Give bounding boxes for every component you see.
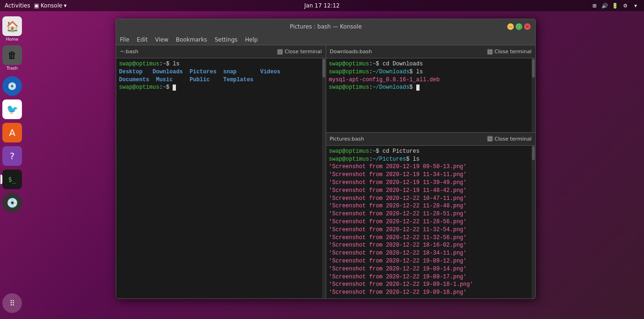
terminal-line: swap@optimus:~/Pictures$ ls — [329, 156, 533, 163]
terminal-pane-right-bottom: Pictures:bash □ Close terminal swap@opti… — [326, 133, 536, 298]
terminal-line: 'Screenshot from 2020-12-22 19-09-18.png… — [329, 289, 533, 297]
close-terminal-icon-2: □ — [487, 49, 493, 55]
dock-item-dvd[interactable]: 💿 — [2, 193, 22, 213]
terminal-line: 'Screenshot from 2020-12-22 19-09-18-1.p… — [329, 281, 533, 289]
right-bottom-tab-bar: Pictures:bash □ Close terminal — [326, 133, 536, 146]
terminal-line: 'Screenshot from 2020-12-22 11-28-48.png… — [329, 202, 533, 210]
software-icon: A — [9, 127, 15, 138]
terminal-line: 'Screenshot from 2020-12-22 11-32-54.png… — [329, 226, 533, 234]
active-indicator — [0, 175, 2, 184]
network-icon[interactable]: ⊞ — [591, 2, 598, 9]
dock-item-thunderbird[interactable]: 🐦 — [2, 99, 22, 119]
terminal-line: 'Screenshot from 2020-12-22 11-28-56.png… — [329, 218, 533, 226]
menu-edit[interactable]: Edit — [137, 36, 147, 43]
terminal-line: swap@optimus:~$ — [119, 84, 323, 92]
clock: Jan 17 12:12 — [304, 2, 340, 9]
dock-item-vbox[interactable]: 💿 — [2, 76, 22, 96]
terminal-panes-right: Downloads:bash □ Close terminal swap@opt… — [326, 45, 536, 298]
right-bottom-terminal-content[interactable]: swap@optimus:~$ cd Pictures swap@optimus… — [326, 146, 536, 298]
right-top-terminal-content[interactable]: swap@optimus:~$ cd Downloads swap@optimu… — [326, 58, 536, 132]
terminal-line: swap@optimus:~$ cd Pictures — [329, 148, 533, 156]
battery-icon[interactable]: 🔋 — [611, 2, 619, 9]
menu-settings[interactable]: Settings — [215, 36, 238, 43]
close-terminal-icon: □ — [277, 49, 283, 55]
terminal-line: swap@optimus:~/Downloads$ ls — [329, 68, 533, 76]
terminal-container: ~:bash □ Close terminal swap@optimus:~$ … — [116, 45, 535, 298]
terminal-line: 'Screenshot from 2020-12-22 19-09-14.png… — [329, 265, 533, 273]
dock-trash-label: Trash — [7, 66, 18, 71]
dock-home-label: Home — [6, 37, 19, 42]
system-tray: ⊞ 🔊 🔋 ⚙ ▾ — [591, 2, 639, 9]
terminal-pane-left: ~:bash □ Close terminal swap@optimus:~$ … — [116, 45, 326, 298]
right-top-tab-bar: Downloads:bash □ Close terminal — [326, 45, 536, 58]
terminal-line: 'Screenshot from 2020-12-22 18-16-02.png… — [329, 241, 533, 249]
menu-view[interactable]: View — [155, 36, 168, 43]
menu-file[interactable]: File — [120, 36, 129, 43]
konsole-taskbar-item[interactable]: ▣ Konsole ▾ — [34, 2, 67, 9]
terminal-line: 'Screenshot from 2020-12-22 18-34-11.png… — [329, 249, 533, 257]
dock-item-trash[interactable]: 🗑 — [2, 45, 22, 65]
left-terminal-content[interactable]: swap@optimus:~$ ls Desktop Downloads Pic… — [116, 58, 326, 298]
menu-help[interactable]: Help — [245, 36, 258, 43]
close-button[interactable]: ✕ — [524, 23, 531, 30]
activities-button[interactable]: Activities — [5, 2, 30, 9]
left-close-terminal[interactable]: □ Close terminal — [277, 49, 322, 55]
home-icon: 🏠 — [6, 21, 19, 32]
konsole-titlebar: Pictures : bash — Konsole — □ ✕ — [116, 19, 535, 34]
terminal-line: Desktop Downloads Pictures snap Videos — [119, 68, 323, 76]
topbar: Activities ▣ Konsole ▾ Jan 17 12:12 ⊞ 🔊 … — [0, 0, 644, 11]
dock-item-home[interactable]: 🏠 — [2, 16, 22, 36]
left-scrollbar-thumb[interactable] — [322, 59, 325, 78]
chevron-down-icon: ▾ — [64, 2, 67, 9]
konsole-menubar: File Edit View Bookmarks Settings Help — [116, 34, 535, 45]
right-top-scrollbar-thumb[interactable] — [532, 59, 535, 78]
terminal-line: swap@optimus:~$ ls — [119, 60, 323, 68]
dock-item-show-apps[interactable]: ⠿ — [2, 293, 22, 313]
chevron-down-tray-icon[interactable]: ▾ — [632, 2, 639, 9]
terminal-line: 'Screenshot from 2020-12-22 19-09-12.png… — [329, 257, 533, 265]
window-controls: — □ ✕ — [507, 23, 531, 30]
dock-item-terminal[interactable]: $_ — [2, 170, 22, 189]
konsole-title: Pictures : bash — Konsole — [290, 23, 362, 30]
trash-icon: 🗑 — [7, 50, 17, 61]
terminal-line: 'Screenshot from 2020-12-22 19-09-17.png… — [329, 273, 533, 281]
terminal-icon: $_ — [8, 176, 16, 183]
right-top-scrollbar[interactable] — [532, 58, 535, 132]
close-terminal-icon-3: □ — [487, 136, 493, 142]
right-top-close-terminal[interactable]: □ Close terminal — [487, 49, 532, 55]
right-bottom-close-terminal[interactable]: □ Close terminal — [487, 136, 532, 142]
terminal-line: Documents Music Public Templates — [119, 76, 323, 84]
konsole-window: Pictures : bash — Konsole — □ ✕ File Edi… — [116, 19, 536, 299]
right-bottom-scrollbar-thumb[interactable] — [532, 146, 535, 160]
terminal-line: swap@optimus:~$ cd Downloads — [329, 60, 533, 68]
right-top-tab-label[interactable]: Downloads:bash — [330, 49, 372, 55]
left-scrollbar[interactable] — [322, 58, 326, 298]
settings-tray-icon[interactable]: ⚙ — [622, 2, 629, 9]
left-tab-label[interactable]: ~:bash — [120, 49, 138, 55]
terminal-line: 'Screenshot from 2020-12-19 11-34-11.png… — [329, 171, 533, 179]
terminal-pane-right-top: Downloads:bash □ Close terminal swap@opt… — [326, 45, 536, 133]
dock-item-help[interactable]: ? — [2, 146, 22, 166]
minimize-button[interactable]: — — [507, 23, 514, 30]
menu-bookmarks[interactable]: Bookmarks — [176, 36, 207, 43]
vbox-icon: 💿 — [7, 82, 17, 91]
sidebar-dock: 🏠 Home 🗑 Trash 💿 🐦 A ? $_ 💿 ⠿ — [0, 14, 24, 318]
grid-icon: ⠿ — [9, 299, 15, 308]
help-icon: ? — [10, 150, 15, 162]
topbar-left: Activities ▣ Konsole ▾ — [5, 2, 67, 9]
terminal-line: 'Screenshot from 2020-12-19 11-39-49.png… — [329, 179, 533, 187]
thunderbird-icon: 🐦 — [7, 104, 18, 115]
terminal-line: 'Screenshot from 2020-12-19 09-50-13.png… — [329, 163, 533, 171]
terminal-line: 'Screenshot from 2020-12-19 11-48-42.png… — [329, 187, 533, 195]
maximize-button[interactable]: □ — [516, 23, 522, 30]
right-bottom-scrollbar[interactable] — [532, 146, 535, 298]
dock-item-software[interactable]: A — [2, 123, 22, 142]
terminal-icon-small: ▣ — [34, 2, 39, 9]
terminal-line: swap@optimus:~/Downloads$ — [329, 84, 533, 92]
right-bottom-tab-label[interactable]: Pictures:bash — [330, 136, 364, 142]
volume-icon[interactable]: 🔊 — [601, 2, 609, 9]
left-tab-bar: ~:bash □ Close terminal — [116, 45, 326, 58]
terminal-line: mysql-apt-config_0.8.16-1_all.deb — [329, 76, 533, 84]
terminal-line: 'Screenshot from 2020-12-22 10-47-11.png… — [329, 195, 533, 203]
dvd-icon: 💿 — [7, 197, 18, 208]
